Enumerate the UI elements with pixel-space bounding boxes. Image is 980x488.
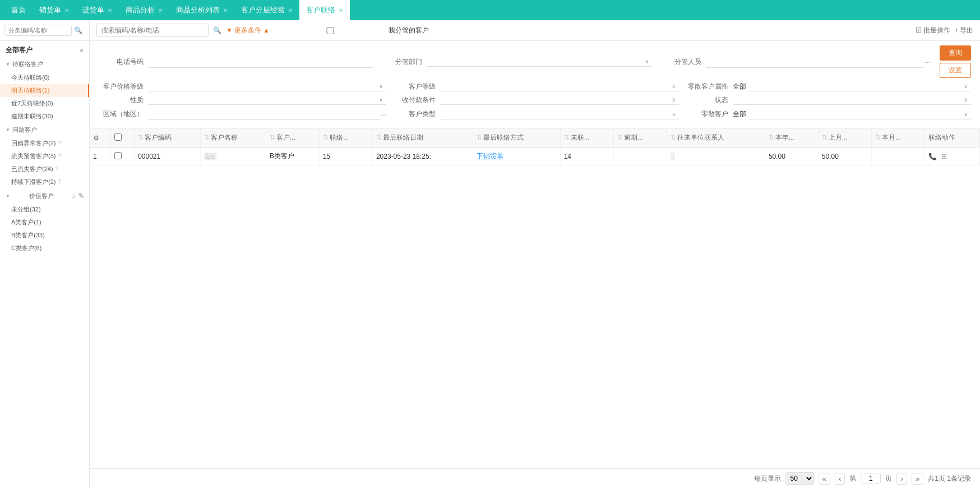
per-page-select[interactable]: 50 100 200 [785,472,814,485]
nav-home[interactable]: 首页 [4,0,33,20]
sidebar-item-c-class[interactable]: C类客户(6) [0,242,89,255]
prev-page-btn[interactable]: ‹ [835,473,845,485]
sidebar-search-input[interactable] [4,25,72,36]
payment-select[interactable]: ∨ [440,95,678,105]
filter-row-3: 性质 ∨ 收付款条件 ∨ 状态 ∨ [99,95,971,105]
col-un-contact[interactable]: ⇅未联... [560,128,613,148]
cell-checkbox[interactable] [111,148,135,165]
cell-last-date: 2023-05-23 18:25: [372,148,473,165]
sidebar-item-churn-warning[interactable]: 流失预警客户(3) ? [0,150,89,163]
batch-op-btn[interactable]: ☑ 批量操作 [916,26,950,35]
cell-code: 000021 [135,148,200,165]
col-contact[interactable]: ⇅联络... [319,128,372,148]
col-checkbox[interactable] [111,128,135,148]
col-this-month[interactable]: ⇅本月... [871,128,924,148]
sidebar-item-7day-contact[interactable]: 近7天待联络(0) [0,97,89,110]
status-select[interactable]: ∨ [733,95,971,105]
price-grade-select[interactable]: ∨ [148,81,386,91]
search-input[interactable] [96,24,209,37]
cell-last-month: 50.00 [818,148,871,165]
sidebar-value-group[interactable]: 价值客户 ○ ✎ [0,188,89,203]
manager-dots-icon[interactable]: ··· [924,57,931,66]
col-last-method[interactable]: ⇅最后联络方式 [473,128,560,148]
nav-product-list[interactable]: 商品分析列表 ✕ [169,0,234,20]
col-last-date[interactable]: ⇅最后联络日期 [372,128,473,148]
next-page-btn[interactable]: › [896,473,907,485]
close-sales-icon[interactable]: ✕ [64,7,69,13]
cell-this-year: 50.00 [765,148,818,165]
cell-last-method[interactable]: 下销货单 [473,148,560,165]
col-last-month[interactable]: ⇅上月... [818,128,871,148]
retail-attr-select[interactable]: ∨ [750,81,971,91]
nav-customer-contact[interactable]: 客户联络 ✕ [299,0,350,20]
close-product-list-icon[interactable]: ✕ [223,7,228,13]
close-product-analysis-icon[interactable]: ✕ [158,7,163,13]
export-btn[interactable]: ↑ 导出 [955,26,973,35]
sidebar-item-declining[interactable]: 持续下滑客户(2) ? [0,176,89,188]
action-phone-icon[interactable]: 📞 [928,153,937,160]
sidebar-search-area: 🔍 [0,20,89,41]
retail-customer-select[interactable]: ∨ [750,109,971,119]
status-field: 状态 ∨ [683,95,971,105]
help-icon-churn[interactable]: ? [58,153,61,159]
setting-button[interactable]: 设置 [940,63,971,78]
sidebar-item-today-contact[interactable]: 今天待联络(0) [0,71,89,84]
sidebar-search-icon[interactable]: 🔍 [74,26,82,34]
nav-purchase[interactable]: 进货单 ✕ [76,0,119,20]
sidebar-item-tomorrow-contact[interactable]: 明天待联络(1) [0,84,89,97]
sidebar-item-churned[interactable]: 已流失客户(24) ? [0,163,89,176]
col-name[interactable]: ⇅客户名称 [200,128,266,148]
query-button[interactable]: 查询 [940,45,971,61]
region-input[interactable] [148,108,380,120]
first-page-btn[interactable]: « [819,473,830,485]
search-button[interactable]: 🔍 [213,26,221,34]
filter-bar: 🔍 ▼ 更多条件 ▲ 我分管的客户 ☑ 批量操作 ↑ 导出 [90,20,980,41]
nav-customer-tier[interactable]: 客户分层经营 ✕ [234,0,299,20]
customer-type-select[interactable]: ∨ [440,109,678,119]
action-grid-icon[interactable]: ⊞ [941,153,947,160]
gender-select[interactable]: ∨ [148,95,386,105]
last-page-btn[interactable]: » [912,473,923,485]
nav-sales[interactable]: 销货单 ✕ [33,0,76,20]
phone-field: 电话号码 [99,56,373,68]
sidebar-pending-group[interactable]: 待联络客户 [0,57,89,71]
sidebar-item-ungrouped[interactable]: 未分组(32) [0,203,89,216]
my-customers-checkbox[interactable] [274,27,386,34]
more-conditions-btn[interactable]: ▼ 更多条件 ▲ [226,26,270,35]
help-icon-churned[interactable]: ? [56,166,59,172]
my-customers-checkbox-label[interactable]: 我分管的客户 [274,26,429,35]
sidebar-item-a-class[interactable]: A类客户(1) [0,216,89,229]
select-all-checkbox[interactable] [114,133,122,141]
region-dots-icon[interactable]: ··· [380,110,387,119]
cell-unit-contact [667,148,765,165]
customer-grade-select[interactable]: ∨ [440,81,678,91]
price-grade-arrow-icon: ∨ [379,83,383,89]
col-code[interactable]: ⇅客户编码 [135,128,200,148]
sidebar-item-repurchase-abnormal[interactable]: 回购异常客户(2) ? [0,137,89,150]
col-overdue[interactable]: ⇅逾期... [613,128,667,148]
manager-input[interactable] [706,56,924,68]
close-customer-tier-icon[interactable]: ✕ [288,7,293,13]
close-purchase-icon[interactable]: ✕ [108,7,112,13]
last-method-link[interactable]: 下销货单 [477,152,503,160]
row-checkbox[interactable] [114,152,122,159]
nav-product-analysis[interactable]: 商品分析 ✕ [119,0,169,20]
help-icon-declining[interactable]: ? [58,179,61,185]
col-settings[interactable]: ⚙ [90,128,111,148]
gender-field: 性质 ∨ [99,95,386,105]
sidebar-item-overdue-contact[interactable]: 逾期未联络(30) [0,110,89,123]
help-icon-repurchase[interactable]: ? [58,140,61,146]
close-customer-contact-icon[interactable]: ✕ [339,7,343,13]
sidebar-item-b-class[interactable]: B类客户(33) [0,229,89,242]
col-unit-contact[interactable]: ⇅往来单位联系人 [667,128,765,148]
sidebar-collapse-icon[interactable]: « [80,47,84,54]
value-group-icons[interactable]: ○ ✎ [71,191,85,200]
dept-select[interactable]: ∨ [427,57,651,67]
col-this-year[interactable]: ⇅本年... [765,128,818,148]
retail-attr-field: 零散客户属性 全部 ∨ [683,81,971,91]
phone-input[interactable] [148,56,373,68]
sidebar-all-customers[interactable]: 全部客户 « [0,41,89,57]
page-input[interactable] [861,473,881,484]
col-type[interactable]: ⇅客户... [266,128,320,148]
sidebar-problem-group[interactable]: 问题客户 [0,123,89,137]
